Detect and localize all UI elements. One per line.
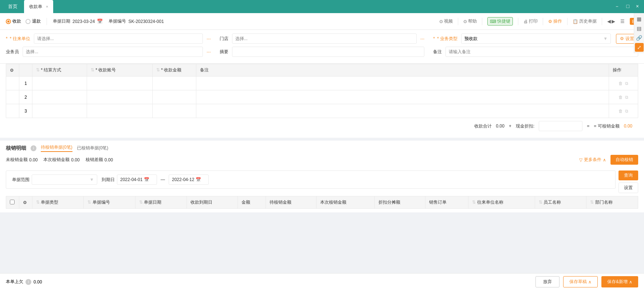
divider2 — [458, 18, 458, 25]
sub-col-current: 本次核销金额 — [316, 196, 374, 209]
section-title: 核销明细 — [6, 145, 26, 152]
store-input[interactable] — [232, 34, 417, 44]
auto-cancel-btn[interactable]: 自动核销 — [610, 155, 638, 165]
table-section: ⚙ ⇅ * 结算方式 ⇅ * 收款账号 ⇅ * 收 — [0, 64, 644, 138]
close-btn[interactable]: × — [634, 3, 641, 10]
help-btn[interactable]: ⊙ 帮助 — [463, 18, 477, 24]
select-all-checkbox[interactable] — [10, 200, 15, 204]
row1-remark[interactable] — [196, 77, 609, 90]
sidebar-link-icon[interactable]: 🔗 — [635, 34, 644, 42]
row2-settings — [6, 90, 19, 104]
tab-home[interactable]: 首页 — [3, 0, 23, 13]
row3-account[interactable] — [87, 104, 153, 118]
total-value: 0.00 — [496, 124, 504, 129]
pending-tab[interactable]: 待核销单据(0笔) — [41, 144, 72, 152]
store-more-icon[interactable]: ··· — [420, 36, 425, 42]
history-btn[interactable]: 📋 历史单据 — [573, 18, 597, 24]
stats-row: 未核销金额 0.00 本次核销金额 0.00 核销差额 0.00 ▽ 更多条件 … — [6, 155, 638, 165]
save-draft-arrow-icon: ∧ — [588, 279, 592, 285]
remark-label: 备注 — [433, 49, 442, 55]
row1-amount[interactable] — [153, 77, 196, 90]
row3-settlement[interactable] — [32, 104, 87, 118]
prev-info-icon[interactable]: i — [25, 279, 31, 285]
biz-type-field: * * 业务类型 预收款 ▼ ⚙ 设置 — [433, 34, 638, 44]
biz-type-arrow-icon: ▼ — [603, 36, 608, 41]
summary-label: 摘要 — [220, 49, 228, 55]
sub-table-settings-gear-icon[interactable]: ⚙ — [23, 200, 27, 205]
filter-container: 单据范围 ▼ 到期日 2022-04-01 📅 — — [6, 168, 638, 196]
remark-input[interactable] — [445, 47, 638, 57]
row3-amount[interactable] — [153, 104, 196, 118]
shortcut-icon: ⌨ — [490, 19, 496, 24]
due-date-end-input[interactable]: 2022-04-12 📅 — [169, 175, 209, 185]
due-date-label: 到期日 — [102, 177, 115, 183]
row1-account[interactable] — [87, 77, 153, 90]
nav-left-btn[interactable]: ◀ — [607, 19, 611, 24]
row3-copy-icon[interactable]: ⧉ — [625, 109, 628, 114]
sidebar-expand-icon[interactable]: ⤢ — [635, 43, 644, 52]
shortcut-btn[interactable]: ⌨ 快捷键 — [487, 17, 513, 26]
abandon-btn[interactable]: 放弃 — [535, 276, 559, 287]
uncancelled-value: 0.00 — [29, 157, 38, 162]
row2-settlement[interactable] — [32, 90, 87, 104]
minimize-btn[interactable]: － — [612, 3, 622, 10]
more-conditions-btn[interactable]: ▽ 更多条件 ∧ — [579, 157, 606, 163]
range-filter: 单据范围 ▼ — [12, 175, 97, 185]
row1-copy-icon[interactable]: ⧉ — [625, 81, 628, 86]
form-row-1: * * 往来单位 ··· 门店 ··· * * 业务类型 预收款 — [6, 34, 638, 44]
video-btn[interactable]: ⊙ 视频 — [439, 18, 453, 24]
summary-input[interactable] — [232, 47, 425, 57]
discount-input[interactable] — [539, 121, 582, 131]
diff-stat: 核销差额 0.00 — [86, 157, 113, 163]
chevron-up-icon: ∧ — [603, 157, 606, 162]
tab-active[interactable]: 收款单 × — [24, 0, 53, 13]
staff-more-icon[interactable]: ··· — [207, 49, 211, 55]
due-date-start-input[interactable]: 2022-04-01 📅 — [117, 175, 157, 185]
maximize-btn[interactable]: □ — [624, 3, 631, 10]
list-view-icon[interactable]: ☰ — [620, 19, 625, 24]
row2-delete-icon[interactable]: 🗑 — [619, 95, 623, 100]
receipt-radio[interactable]: 收款 — [6, 18, 21, 24]
query-btn[interactable]: 查询 — [619, 171, 638, 180]
table-row: 2 🗑 ⧉ — [6, 90, 638, 104]
row3-delete-icon[interactable]: 🗑 — [619, 109, 623, 114]
row1-op: 🗑 ⧉ — [609, 77, 638, 90]
sidebar-table-icon[interactable]: ▦ — [635, 15, 644, 23]
sub-col-date: ⇅ 单据日期 — [135, 196, 186, 209]
sub-col-settings: ⚙ — [19, 196, 32, 209]
sub-col-checkbox — [6, 196, 19, 209]
date-calendar-icon[interactable]: 📅 — [97, 19, 103, 24]
sidebar-list-icon[interactable]: ▤ — [635, 24, 644, 33]
verification-info-icon[interactable]: i — [31, 145, 36, 151]
table-settings-gear-icon[interactable]: ⚙ — [10, 68, 14, 73]
range-select[interactable]: ▼ — [32, 175, 97, 185]
operation-btn[interactable]: ⚙ 操作 — [548, 18, 562, 24]
row2-remark[interactable] — [196, 90, 609, 104]
sub-col-number: ⇅ 单据编号 — [84, 196, 135, 209]
discount-label: 现金折扣: — [516, 123, 534, 129]
nav-right-btn[interactable]: ▶ — [612, 19, 615, 24]
row2-op: 🗑 ⧉ — [609, 90, 638, 104]
table-row: 1 🗑 ⧉ — [6, 77, 638, 90]
counterpart-input[interactable] — [34, 34, 203, 44]
print-btn[interactable]: 🖨 打印 — [523, 18, 538, 24]
filter-settings-btn[interactable]: 设置 — [619, 183, 638, 193]
verified-tab[interactable]: 已核销单据(0笔) — [77, 145, 109, 151]
staff-input[interactable] — [23, 47, 203, 57]
save-draft-btn[interactable]: 保存草稿 ∧ — [563, 276, 598, 287]
save-new-btn[interactable]: 保存&新增 ∧ — [601, 276, 638, 287]
plus-sign: + — [509, 124, 511, 129]
row3-remark[interactable] — [196, 104, 609, 118]
row1-delete-icon[interactable]: 🗑 — [619, 81, 623, 86]
tab-close-icon[interactable]: × — [46, 0, 48, 13]
row2-copy-icon[interactable]: ⧉ — [625, 95, 628, 100]
row2-account[interactable] — [87, 90, 153, 104]
operation-icon: ⚙ — [548, 19, 552, 24]
refund-radio[interactable]: 退款 — [25, 18, 41, 24]
bottom-bar: 本单上欠 i 0.00 放弃 保存草稿 ∧ 保存&新增 ∧ — [0, 273, 644, 290]
sub-number-sort-icon: ⇅ — [87, 200, 91, 205]
row2-amount[interactable] — [153, 90, 196, 104]
row1-settlement[interactable] — [32, 77, 87, 90]
section-divider — [0, 138, 644, 141]
counterpart-more-icon[interactable]: ··· — [207, 36, 211, 42]
